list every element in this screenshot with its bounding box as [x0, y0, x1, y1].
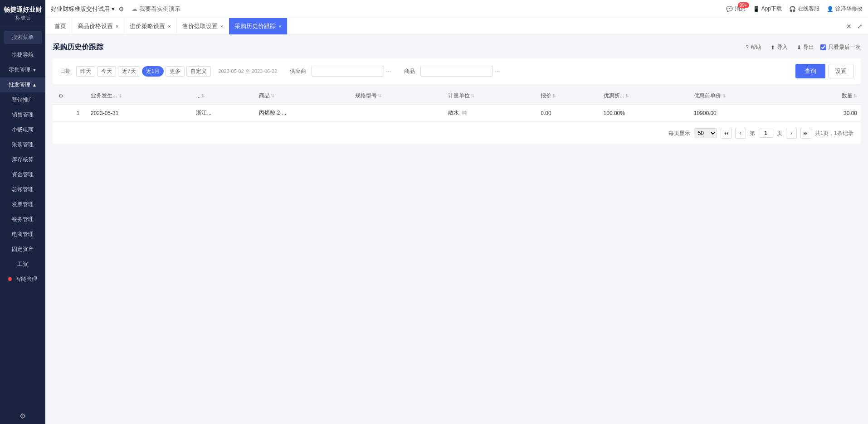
col-header-quantity[interactable]: 数量 ⇅: [798, 87, 861, 105]
goods-filter-label: 商品: [404, 67, 415, 75]
sidebar: 畅捷通好业财 标准版 搜索菜单 快捷导航 零售管理 ▼ 批发管理 ▲ 营销推广 …: [0, 0, 45, 424]
sidebar-item-sales[interactable]: 销售管理: [0, 107, 45, 122]
sidebar-item-marketing[interactable]: 营销推广: [0, 92, 45, 107]
sort-pre-discount-price[interactable]: 优惠前单价 ⇅: [694, 92, 726, 100]
demo-button[interactable]: ☁ 我要看实例演示: [132, 5, 180, 13]
pagination-prev-button[interactable]: ‹: [735, 128, 746, 139]
col-header-discount[interactable]: 优惠折... ⇅: [600, 87, 690, 105]
tab-history-price[interactable]: 采购历史价跟踪 ×: [229, 18, 287, 34]
page-number-input[interactable]: [759, 129, 773, 138]
pagination-total-info: 共1页，1条记录: [815, 130, 853, 137]
sidebar-item-purchase[interactable]: 采购管理: [0, 137, 45, 152]
pagination-first-button[interactable]: ⏮: [721, 128, 731, 139]
pagination-last-button[interactable]: ⏭: [800, 128, 811, 139]
sidebar-item-general-ledger[interactable]: 总账管理: [0, 182, 45, 197]
chevron-down-icon: ▾: [112, 5, 115, 12]
sidebar-item-inventory[interactable]: 库存核算: [0, 152, 45, 167]
col-header-price[interactable]: 报价 ⇅: [537, 87, 600, 105]
page-content: 采购历史价跟踪 ? 帮助 ⬆ 导入 ⬇ 导出 只看最后一次: [45, 34, 868, 424]
sidebar-item-quick-nav[interactable]: 快捷导航: [0, 48, 45, 63]
export-button[interactable]: ⬇ 导出: [794, 42, 817, 53]
row-quantity-cell: 30.00: [798, 105, 861, 122]
date-btn-7days[interactable]: 近7天: [118, 66, 140, 77]
tab-home[interactable]: 首页: [49, 18, 72, 34]
app-download-button[interactable]: 📱 App下载: [753, 5, 782, 13]
online-service-button[interactable]: 🎧 在线客服: [789, 5, 819, 13]
sort-spec[interactable]: 规格型号 ⇅: [355, 92, 381, 100]
tab-strategy-close-icon[interactable]: ×: [168, 24, 171, 29]
tab-maximize-button[interactable]: ⤢: [855, 21, 864, 32]
sidebar-item-tax[interactable]: 税务管理: [0, 212, 45, 227]
message-badge: 99+: [738, 2, 749, 8]
col-header-spec[interactable]: 规格型号 ⇅: [351, 87, 444, 105]
export-icon: ⬇: [797, 44, 801, 51]
tab-history-price-close-icon[interactable]: ×: [278, 24, 281, 29]
col-header-more[interactable]: ... ⇅: [192, 87, 255, 105]
sidebar-item-ecommerce[interactable]: 电商管理: [0, 227, 45, 242]
sort-icon-goods: ⇅: [271, 93, 274, 98]
sort-icon-more: ⇅: [201, 93, 205, 98]
cloud-icon: ☁: [132, 5, 137, 12]
sidebar-item-wholesale[interactable]: 批发管理 ▲: [0, 77, 45, 92]
table-settings-icon[interactable]: ⚙: [59, 93, 63, 99]
sidebar-item-ecommerce-small[interactable]: 小畅电商: [0, 122, 45, 137]
tab-price[interactable]: 商品价格设置 ×: [72, 18, 124, 34]
date-btn-more[interactable]: 更多: [166, 66, 185, 77]
tab-strategy-label: 进价策略设置: [130, 22, 165, 30]
import-button[interactable]: ⬆ 导入: [768, 42, 790, 53]
sort-goods[interactable]: 商品 ⇅: [259, 92, 274, 100]
row-date-cell: 2023-05-31: [87, 105, 192, 122]
sidebar-item-finance[interactable]: 资金管理: [0, 167, 45, 182]
help-button[interactable]: ? 帮助: [743, 42, 764, 53]
sort-unit[interactable]: 计量单位 ⇅: [448, 92, 474, 100]
version-selector[interactable]: 好业财标准版交付试用 ▾: [51, 5, 115, 13]
app-logo: 畅捷通好业财 标准版: [0, 0, 45, 27]
messages-button[interactable]: 💬 消息 99+: [726, 5, 746, 13]
sort-discount[interactable]: 优惠折... ⇅: [604, 92, 629, 100]
help-icon: ?: [746, 44, 749, 51]
sidebar-item-retail[interactable]: 零售管理 ▼: [0, 63, 45, 77]
sort-quantity[interactable]: 数量 ⇅: [842, 92, 857, 100]
headset-icon: 🎧: [789, 6, 796, 12]
col-header-unit[interactable]: 计量单位 ⇅: [444, 87, 537, 105]
sidebar-item-payroll[interactable]: 工资: [0, 257, 45, 272]
date-btn-today[interactable]: 今天: [97, 66, 116, 77]
query-button[interactable]: 查询: [795, 64, 825, 78]
per-page-select[interactable]: 50 20 100 200: [694, 128, 717, 138]
tab-sale-price[interactable]: 售价提取设置 ×: [177, 18, 229, 34]
sidebar-search[interactable]: 搜索菜单: [0, 27, 45, 48]
goods-more-icon[interactable]: ···: [495, 67, 500, 75]
user-menu-button[interactable]: 👤 徐泽华修改: [827, 5, 863, 13]
last-only-checkbox[interactable]: [820, 44, 826, 50]
col-header-goods[interactable]: 商品 ⇅: [255, 87, 351, 105]
supplier-input[interactable]: [312, 66, 384, 77]
tab-strategy[interactable]: 进价策略设置 ×: [124, 18, 176, 34]
col-header-pre-discount-price[interactable]: 优惠前单价 ⇅: [690, 87, 798, 105]
supplier-more-icon[interactable]: ···: [386, 67, 391, 75]
sort-price[interactable]: 报价 ⇅: [541, 92, 556, 100]
goods-input[interactable]: [420, 66, 493, 77]
sidebar-item-invoice[interactable]: 发票管理: [0, 197, 45, 212]
tab-price-close-icon[interactable]: ×: [116, 24, 118, 29]
filter-settings-button[interactable]: 设置: [828, 64, 853, 78]
date-btn-1month[interactable]: 近1月: [142, 66, 164, 77]
table-header-row: ⚙ 业务发生... ⇅ ... ⇅: [53, 87, 861, 105]
date-btn-yesterday[interactable]: 昨天: [76, 66, 95, 77]
settings-icon[interactable]: ⚙: [20, 412, 26, 420]
page-title: 采购历史价跟踪: [53, 43, 103, 52]
col-header-date[interactable]: 业务发生... ⇅: [87, 87, 192, 105]
tab-close-button[interactable]: ✕: [844, 21, 853, 32]
last-only-checkbox-label[interactable]: 只看最后一次: [820, 43, 861, 51]
topbar-settings-icon[interactable]: ⚙: [118, 5, 124, 13]
sidebar-item-fixed-assets[interactable]: 固定资产: [0, 242, 45, 257]
table-body: 1 2023-05-31 浙江... 丙烯酸-2-...: [53, 105, 861, 122]
date-btn-custom[interactable]: 自定义: [186, 66, 211, 77]
sort-icon-discount: ⇅: [625, 93, 629, 98]
pagination-next-button[interactable]: ›: [786, 128, 797, 139]
sort-date[interactable]: 业务发生... ⇅: [91, 92, 122, 100]
sort-more[interactable]: ... ⇅: [196, 93, 205, 99]
sidebar-item-smart[interactable]: 智能管理: [0, 272, 45, 287]
tab-sale-price-close-icon[interactable]: ×: [220, 24, 223, 29]
search-menu-button[interactable]: 搜索菜单: [4, 31, 42, 44]
page-label: 第: [750, 130, 755, 137]
